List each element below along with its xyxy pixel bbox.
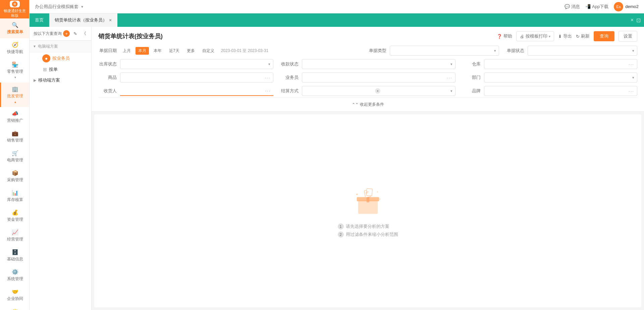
sidebar-item-newbie[interactable]: 🌟 新手引导 bbox=[0, 305, 30, 310]
collapse-panel-btn[interactable]: 《 bbox=[80, 30, 87, 37]
tab-sales-stat-label: 销货单统计表（按业务员） bbox=[55, 17, 107, 23]
sidebar-item-inventory[interactable]: 📊 库存核算 bbox=[0, 186, 30, 206]
sidebar-item-search[interactable]: 🔍 搜索菜单 bbox=[0, 18, 30, 38]
empty-hint-1: 1 请先选择要分析的方案 bbox=[338, 223, 398, 229]
tab-close-all-icon[interactable]: × bbox=[631, 17, 634, 23]
sidebar-item-operation-label: 经营管理 bbox=[7, 237, 23, 242]
payment-select[interactable]: ▾ bbox=[302, 59, 455, 69]
settlement-label: 结算方式 bbox=[280, 88, 302, 94]
sidebar-item-marketing-label: 营销推广 bbox=[7, 118, 23, 123]
filter-area: 单据日期 上月 本月 本年 近7天 更多 自定义 2023-03-01 至 20… bbox=[98, 46, 637, 97]
export-link[interactable]: ⬇ 导出 bbox=[558, 33, 572, 39]
date-label: 单据日期 bbox=[98, 48, 120, 54]
sidebar-item-retail[interactable]: 🏪 零售管理 ▾ bbox=[0, 58, 30, 83]
filter-col-order-status: 单据状态 ▾ bbox=[506, 46, 637, 56]
payment-label: 收款状态 bbox=[280, 61, 302, 67]
message-btn[interactable]: 💬 消息 bbox=[565, 4, 580, 10]
tab-fullscreen-icon[interactable]: ⊡ bbox=[636, 17, 641, 23]
query-btn[interactable]: 查询 bbox=[594, 31, 614, 41]
sidebar-item-sales[interactable]: 💼 销售管理 bbox=[0, 127, 30, 147]
warehouse-select[interactable]: ··· bbox=[484, 59, 637, 69]
sidebar-item-quick-nav[interactable]: 🧭 快捷导航 bbox=[0, 38, 30, 58]
svg-text:✦: ✦ bbox=[355, 193, 358, 196]
compass-icon: 🧭 bbox=[12, 42, 18, 48]
header-right: 💬 消息 📲 App下载 Ea demo2 bbox=[565, 2, 639, 11]
breadcrumb-text: 办公用品行业模拟账套 bbox=[35, 4, 78, 10]
edit-scheme-btn[interactable]: ✎ bbox=[72, 30, 78, 37]
salesperson-select[interactable]: ··· bbox=[302, 72, 455, 83]
goods-select[interactable]: ··· bbox=[120, 72, 273, 83]
section-mobile[interactable]: ▶ 移动端方案 bbox=[30, 74, 91, 86]
settings-btn[interactable]: 设置 bbox=[619, 31, 637, 42]
filter-col-payment: 收款状态 ▾ bbox=[280, 59, 462, 69]
enterprise-icon: 🤝 bbox=[12, 289, 18, 295]
date-btn-last-month[interactable]: 上月 bbox=[120, 47, 133, 55]
help-link[interactable]: ❓ 帮助 bbox=[497, 33, 512, 39]
tab-close-icon[interactable]: × bbox=[109, 18, 112, 22]
empty-illustration: ✦ ✦ ✦ bbox=[351, 185, 385, 218]
plus-icon: + bbox=[65, 31, 68, 36]
filter-row-2: 出库状态 ▾ 收款状态 ▾ bbox=[98, 59, 637, 69]
recipient-input[interactable]: ··· bbox=[120, 86, 273, 96]
warehouse-label: 仓库 bbox=[462, 61, 484, 67]
sidebar-item-enterprise-label: 企业协同 bbox=[7, 296, 23, 302]
recipient-label: 收货人 bbox=[98, 88, 120, 94]
goods-dots: ··· bbox=[265, 75, 270, 80]
purchase-icon: 📦 bbox=[12, 170, 18, 176]
wholesale-icon: 🏢 bbox=[12, 86, 18, 92]
order-status-select[interactable]: ▾ bbox=[528, 46, 637, 56]
add-scheme-btn[interactable]: + bbox=[63, 30, 70, 37]
date-btn-more[interactable]: 更多 bbox=[184, 47, 198, 55]
export-label: 导出 bbox=[563, 33, 572, 39]
empty-hint-2: 2 用过滤条件来缩小分析范围 bbox=[338, 231, 398, 238]
settlement-select[interactable]: × ▾ bbox=[302, 86, 455, 96]
sidebar-item-purchase[interactable]: 📦 采购管理 bbox=[0, 166, 30, 186]
sidebar-item-system[interactable]: ⚙️ 系统管理 bbox=[0, 265, 30, 285]
tab-home[interactable]: 首页 bbox=[30, 13, 49, 27]
filter-row-3: 商品 ··· 业务员 ··· 部门 bbox=[98, 72, 637, 83]
collapse-btn[interactable]: ⌃⌃ 收起更多条件 bbox=[348, 100, 388, 109]
date-controls: 上月 本月 本年 近7天 更多 自定义 2023-03-01 至 2023-03… bbox=[120, 47, 361, 55]
sidebar-item-purchase-label: 采购管理 bbox=[7, 177, 23, 183]
hint-text-2: 用过滤条件来缩小分析范围 bbox=[346, 231, 398, 238]
template-print-btn[interactable]: 🖨 按模板打印 ▾ bbox=[516, 31, 554, 41]
sidebar-item-quick-nav-label: 快捷导航 bbox=[7, 49, 23, 55]
sidebar-item-finance-label: 资金管理 bbox=[7, 217, 23, 222]
inventory-icon: 📊 bbox=[12, 190, 18, 196]
date-btn-custom[interactable]: 自定义 bbox=[200, 47, 217, 55]
tree-item-by-salesperson-label: 按业务员 bbox=[52, 55, 70, 61]
app-download-btn[interactable]: 📲 App下载 bbox=[585, 4, 608, 10]
main-area: 办公用品行业模拟账套 ▾ 💬 消息 📲 App下载 Ea demo2 首页 bbox=[30, 0, 644, 310]
order-type-label: 单据类型 bbox=[368, 48, 390, 54]
tab-sales-stat[interactable]: 销货单统计表（按业务员） × bbox=[49, 13, 117, 27]
hint-num-1: 1 bbox=[338, 223, 344, 229]
sidebar-item-ecommerce[interactable]: 🛒 电商管理 bbox=[0, 147, 30, 166]
date-btn-last7days[interactable]: 近7天 bbox=[166, 47, 182, 55]
refresh-link[interactable]: ↻ 刷新 bbox=[576, 33, 590, 39]
department-select[interactable]: ▾ bbox=[484, 72, 637, 83]
brand-select[interactable]: ··· bbox=[484, 86, 637, 96]
finance-icon: 💰 bbox=[12, 209, 18, 216]
sidebar-item-marketing[interactable]: 📣 营销推广 bbox=[0, 107, 30, 127]
section-desktop-label: 电脑端方案 bbox=[38, 44, 58, 49]
refresh-icon: ↻ bbox=[576, 34, 580, 39]
sidebar-item-finance[interactable]: 💰 资金管理 bbox=[0, 206, 30, 226]
tree-item-by-order[interactable]: ⊞ 按单 bbox=[40, 64, 91, 74]
warehouse-dots: ··· bbox=[629, 62, 634, 67]
right-panel: 销货单统计表(按业务员) ❓ 帮助 🖨 按模板打印 ▾ ⬇ bbox=[92, 27, 644, 310]
date-btn-this-year[interactable]: 本年 bbox=[151, 47, 164, 55]
date-btn-this-month[interactable]: 本月 bbox=[136, 47, 149, 55]
order-type-select[interactable]: ▾ bbox=[390, 46, 499, 56]
tab-bar-right: × ⊡ bbox=[627, 13, 644, 27]
outbound-label: 出库状态 bbox=[98, 61, 120, 67]
settlement-clear-btn[interactable]: × bbox=[375, 88, 380, 94]
outbound-select[interactable]: ▾ bbox=[120, 59, 273, 69]
tree-item-by-salesperson[interactable]: ● 按业务员 bbox=[40, 52, 91, 64]
sidebar-item-enterprise[interactable]: 🤝 企业协同 bbox=[0, 285, 30, 305]
sidebar-item-operation[interactable]: 📈 经营管理 bbox=[0, 226, 30, 246]
hint-text-1: 请先选择要分析的方案 bbox=[346, 223, 389, 229]
sidebar-item-basic[interactable]: 🗄️ 基础信息 bbox=[0, 246, 30, 265]
sidebar-item-wholesale[interactable]: 🏢 批发管理 ▴ bbox=[0, 83, 30, 107]
tree-chevron-right-icon: ▶ bbox=[34, 78, 36, 83]
user-area[interactable]: Ea demo2 bbox=[614, 2, 639, 11]
